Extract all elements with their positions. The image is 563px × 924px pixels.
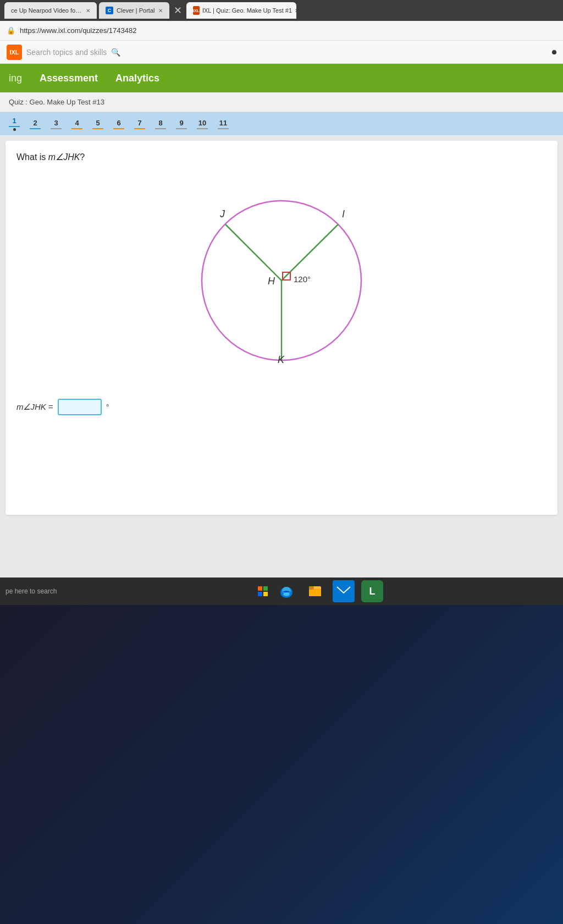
svg-rect-13 <box>309 589 321 596</box>
content-area: What is m∠JHK? <box>5 141 558 515</box>
q-num-5-label: 5 <box>96 119 100 127</box>
answer-area: m∠JHK = ° <box>16 393 547 421</box>
browser-chrome: ce Up Nearpod Video for Test ✕ C Clever … <box>0 0 563 21</box>
angle-notation: m∠JHK <box>48 152 80 162</box>
search-icon: 🔍 <box>111 48 120 57</box>
q-underline-3 <box>51 128 62 129</box>
q-underline-4 <box>71 128 82 129</box>
address-bar: 🔒 https://www.ixl.com/quizzes/1743482 <box>0 21 563 41</box>
ixl-tab-close[interactable]: ✕ <box>295 8 296 14</box>
point-k-label: K <box>278 354 285 365</box>
taskbar-edge[interactable] <box>275 580 297 602</box>
q-num-9-label: 9 <box>179 119 183 127</box>
tab-separator: ✕ <box>174 4 182 16</box>
taskbar-explorer[interactable] <box>304 580 326 602</box>
taskbar-search-area[interactable] <box>257 585 269 597</box>
svg-line-1 <box>225 224 282 280</box>
q-underline-8 <box>155 128 166 129</box>
nearpod-tab-label: ce Up Nearpod Video for Test <box>11 7 82 14</box>
q-num-11[interactable]: 11 <box>218 119 229 129</box>
q-num-6[interactable]: 6 <box>113 119 124 129</box>
q-num-3[interactable]: 3 <box>51 119 62 129</box>
q-num-10-label: 10 <box>198 119 206 127</box>
taskbar: pe here to search <box>0 578 563 605</box>
q-num-9[interactable]: 9 <box>176 119 187 129</box>
taskbar-search-icon <box>257 585 269 597</box>
question-nav: 1 2 3 4 5 6 7 8 <box>0 112 563 135</box>
q-num-2-label: 2 <box>33 119 37 127</box>
breadcrumb: Quiz : Geo. Make Up Test #13 <box>0 92 563 112</box>
q-num-10[interactable]: 10 <box>197 119 208 129</box>
q-num-6-label: 6 <box>117 119 120 127</box>
ixl-logo: IXL <box>7 45 22 60</box>
q-num-1[interactable]: 1 <box>9 117 20 131</box>
svg-point-11 <box>283 593 290 596</box>
taskbar-mail[interactable] <box>333 580 355 602</box>
q-underline-1 <box>9 126 20 127</box>
question-text: What is m∠JHK? <box>16 152 547 162</box>
svg-rect-8 <box>263 592 268 596</box>
q-num-7-label: 7 <box>137 119 141 127</box>
mail-icon <box>336 584 351 599</box>
q-underline-11 <box>218 128 229 129</box>
q-underline-7 <box>134 128 145 129</box>
diagram-container: J I K H 120° <box>16 173 547 382</box>
answer-input[interactable] <box>58 399 102 415</box>
angle-120-label: 120° <box>294 274 311 284</box>
desktop-background <box>0 605 563 924</box>
point-j-label: J <box>219 208 225 219</box>
l-icon: L <box>369 586 376 597</box>
q-num-8[interactable]: 8 <box>155 119 166 129</box>
clever-tab-label: Clever | Portal <box>117 7 155 14</box>
nav-item-assessment[interactable]: Assessment <box>40 70 98 86</box>
svg-rect-14 <box>309 586 314 590</box>
url-display[interactable]: https://www.ixl.com/quizzes/1743482 <box>20 26 556 35</box>
clever-favicon: C <box>106 7 113 14</box>
taskbar-green-app[interactable]: L <box>361 580 383 602</box>
ixl-tab-label: IXL | Quiz: Geo. Make Up Test #1 <box>202 7 292 14</box>
tab-ixl[interactable]: IXL IXL | Quiz: Geo. Make Up Test #1 ✕ <box>186 2 296 19</box>
svg-rect-6 <box>263 586 268 591</box>
q-num-5[interactable]: 5 <box>92 119 103 129</box>
ixl-favicon: IXL <box>193 6 200 15</box>
q-num-8-label: 8 <box>158 119 162 127</box>
degree-symbol: ° <box>106 403 109 411</box>
dot-indicator <box>552 50 556 54</box>
taskbar-search-text: pe here to search <box>5 587 57 595</box>
point-h-label: H <box>268 276 275 287</box>
edge-icon <box>279 584 294 599</box>
q-num-4-label: 4 <box>75 119 79 127</box>
q-num-3-label: 3 <box>54 119 58 127</box>
nearpod-tab-close[interactable]: ✕ <box>86 8 90 14</box>
q-underline-9 <box>176 128 187 129</box>
nav-item-learning[interactable]: ing <box>9 70 22 86</box>
svg-rect-7 <box>258 592 262 596</box>
q-num-2[interactable]: 2 <box>30 119 41 129</box>
q-dot-1 <box>13 128 16 131</box>
breadcrumb-text: Quiz : Geo. Make Up Test #13 <box>9 98 104 106</box>
tab-clever[interactable]: C Clever | Portal ✕ <box>99 2 169 19</box>
answer-label: m∠JHK = <box>16 402 53 412</box>
q-underline-5 <box>92 128 103 129</box>
q-num-1-label: 1 <box>12 117 16 125</box>
q-num-7[interactable]: 7 <box>134 119 145 129</box>
clever-tab-close[interactable]: ✕ <box>158 8 163 14</box>
svg-rect-5 <box>258 586 262 591</box>
search-placeholder: Search topics and skills <box>26 48 107 57</box>
lock-icon: 🔒 <box>7 26 15 35</box>
point-i-label: I <box>342 208 345 219</box>
explorer-icon <box>307 584 323 599</box>
tab-nearpod[interactable]: ce Up Nearpod Video for Test ✕ <box>4 2 97 19</box>
q-underline-10 <box>197 128 208 129</box>
q-underline-2 <box>30 128 41 129</box>
nav-item-analytics[interactable]: Analytics <box>115 70 159 86</box>
q-underline-6 <box>113 128 124 129</box>
search-input-container[interactable]: Search topics and skills 🔍 <box>26 48 548 57</box>
q-num-4[interactable]: 4 <box>71 119 82 129</box>
search-bar-area: IXL Search topics and skills 🔍 <box>0 41 563 64</box>
nav-bar: ing Assessment Analytics <box>0 64 563 92</box>
geometry-diagram: J I K H 120° <box>177 173 386 382</box>
q-num-11-label: 11 <box>219 119 227 127</box>
